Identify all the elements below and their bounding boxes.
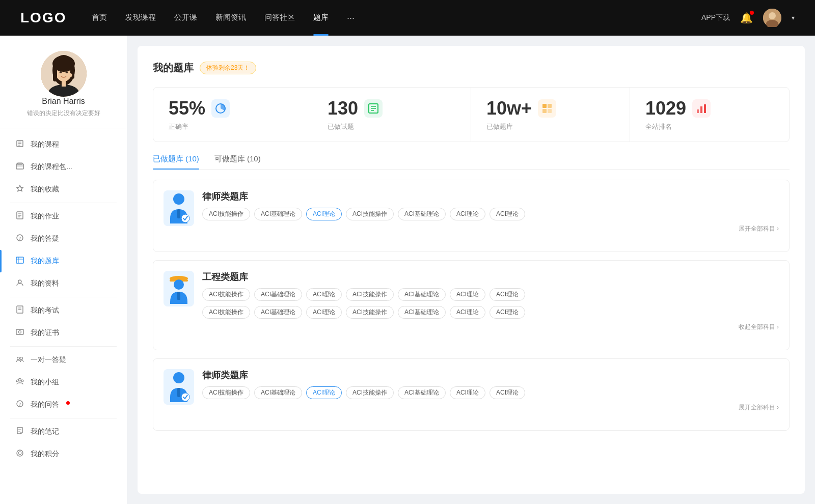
svg-point-60 [173,193,184,205]
page-title-row: 我的题库 体验剩余23天！ [153,61,790,75]
l2-tag-2-highlighted[interactable]: ACI理论 [306,386,342,399]
eng-tag-0[interactable]: ACI技能操作 [202,288,250,301]
tag-1[interactable]: ACI基础理论 [254,208,302,220]
tag-3[interactable]: ACI技能操作 [346,208,394,220]
sidebar-item-points[interactable]: 我的积分 [0,443,127,465]
sidebar-item-homework[interactable]: 我的作业 [0,205,127,228]
eng-r2-tag-4[interactable]: ACI基础理论 [398,306,446,319]
sidebar-item-qbank[interactable]: 我的题库 [0,250,127,272]
qbank-card-tags-row2-engineer1: ACI技能操作 ACI基础理论 ACI理论 ACI技能操作 ACI基础理论 AC… [202,306,779,319]
qbank-card-tags-row1-engineer1: ACI技能操作 ACI基础理论 ACI理论 ACI技能操作 ACI基础理论 AC… [202,288,779,301]
eng-tag-3[interactable]: ACI技能操作 [346,288,394,301]
nav-news[interactable]: 新闻资讯 [215,13,246,23]
tag-4[interactable]: ACI基础理论 [398,208,446,220]
lawyer-figure-icon [166,193,192,223]
eng-tag-5[interactable]: ACI理论 [450,288,485,301]
tag-2-highlighted[interactable]: ACI理论 [306,208,342,220]
stat-value-questions: 130 [328,98,358,119]
svg-rect-7 [53,66,57,81]
qbank-card-body-lawyer2: 律师类题库 ACI技能操作 ACI基础理论 ACI理论 ACI技能操作 ACI基… [202,369,779,412]
expand-button-lawyer2[interactable]: 展开全部科目 › [202,403,779,412]
nav-open-course[interactable]: 公开课 [174,13,197,23]
notes-icon [15,427,24,437]
nav-discover[interactable]: 发现课程 [125,13,156,23]
nav-qa[interactable]: 问答社区 [264,13,295,23]
sidebar-item-courses[interactable]: 我的课程 [0,133,127,156]
sidebar-item-favorites[interactable]: 我的收藏 [0,178,127,201]
list-icon [367,102,379,115]
eng-r2-tag-5[interactable]: ACI理论 [450,306,485,319]
group-icon [15,377,24,387]
svg-point-41 [21,380,23,382]
qbank-card-icon-lawyer1 [164,190,194,226]
nav-more[interactable]: ··· [347,13,355,23]
svg-rect-12 [62,80,66,87]
svg-point-36 [19,331,21,333]
sidebar-item-certificate[interactable]: 我的证书 [0,322,127,344]
svg-point-31 [18,280,21,283]
sidebar-item-exam[interactable]: 我的考试 [0,299,127,322]
svg-point-37 [17,357,20,360]
divider3 [10,346,117,347]
header: LOGO 首页 发现课程 公开课 新闻资讯 问答社区 题库 ··· APP下载 … [0,0,815,36]
eng-r2-tag-3[interactable]: ACI技能操作 [346,306,394,319]
sidebar-item-one-on-one[interactable]: 一对一答疑 [0,349,127,371]
sidebar-item-my-questions[interactable]: ? 我的问答 [0,394,127,416]
sidebar-item-notes[interactable]: 我的笔记 [0,421,127,443]
svg-point-40 [16,380,18,382]
eng-tag-4[interactable]: ACI基础理论 [398,288,446,301]
l2-tag-6[interactable]: ACI理论 [490,386,525,399]
svg-point-9 [59,71,62,73]
avatar[interactable] [763,9,781,27]
svg-rect-69 [177,388,180,397]
tab-done[interactable]: 已做题库 (10) [153,154,199,169]
svg-rect-58 [700,106,702,113]
user-motto: 错误的决定比没有决定要好 [17,109,111,118]
l2-tag-1[interactable]: ACI基础理论 [254,386,302,399]
sidebar-menu: 我的课程 我的课程包... 我的收藏 [0,128,127,470]
divider1 [10,203,117,203]
main-nav: 首页 发现课程 公开课 新闻资讯 问答社区 题库 ··· [92,13,681,23]
stat-label-banks: 已做题库 [486,122,614,131]
eng-r2-tag-0[interactable]: ACI技能操作 [202,306,250,319]
content-inner: 我的题库 体验剩余23天！ 55% [138,46,805,494]
tab-available[interactable]: 可做题库 (10) [214,154,261,169]
l2-tag-0[interactable]: ACI技能操作 [202,386,250,399]
eng-tag-1[interactable]: ACI基础理论 [254,288,302,301]
collapse-button-engineer1[interactable]: 收起全部科目 › [202,323,779,331]
grid-icon [541,102,553,115]
expand-button-lawyer1[interactable]: 展开全部科目 › [202,225,779,233]
eng-r2-tag-1[interactable]: ACI基础理论 [254,306,302,319]
eng-r2-tag-6[interactable]: ACI理论 [490,306,525,319]
l2-tag-3[interactable]: ACI技能操作 [346,386,394,399]
notification-bell[interactable]: 🔔 [740,12,753,24]
eng-tag-6[interactable]: ACI理论 [490,288,525,301]
l2-tag-4[interactable]: ACI基础理论 [398,386,446,399]
qbank-card-title-engineer1: 工程类题库 [202,271,779,283]
tabs-row: 已做题库 (10) 可做题库 (10) [153,154,790,170]
page-title: 我的题库 [153,61,194,75]
app-download-button[interactable]: APP下载 [701,13,730,22]
qbank-card-icon-lawyer2 [164,369,194,405]
sidebar-item-group[interactable]: 我的小组 [0,371,127,394]
l2-tag-5[interactable]: ACI理论 [450,386,485,399]
profile-chevron-icon[interactable]: ▾ [792,14,795,21]
svg-point-10 [65,71,68,73]
svg-rect-57 [697,109,699,113]
lawyer-figure-icon-2 [166,372,192,402]
tag-6[interactable]: ACI理论 [490,208,525,220]
tag-5[interactable]: ACI理论 [450,208,485,220]
svg-point-38 [20,357,23,360]
nav-home[interactable]: 首页 [92,13,107,23]
stat-label-questions: 已做试题 [328,122,455,131]
pie-chart-icon [214,102,227,115]
eng-r2-tag-2[interactable]: ACI理论 [306,306,342,319]
sidebar-item-course-pkg[interactable]: 我的课程包... [0,156,127,178]
sidebar-item-qa[interactable]: ? 我的答疑 [0,228,127,250]
stat-label-rank: 全站排名 [645,122,774,131]
tag-0[interactable]: ACI技能操作 [202,208,250,220]
nav-qbank[interactable]: 题库 [313,13,329,23]
stat-questions-done: 130 已做试题 [312,88,471,142]
sidebar-item-profile[interactable]: 我的资料 [0,272,127,295]
eng-tag-2[interactable]: ACI理论 [306,288,342,301]
